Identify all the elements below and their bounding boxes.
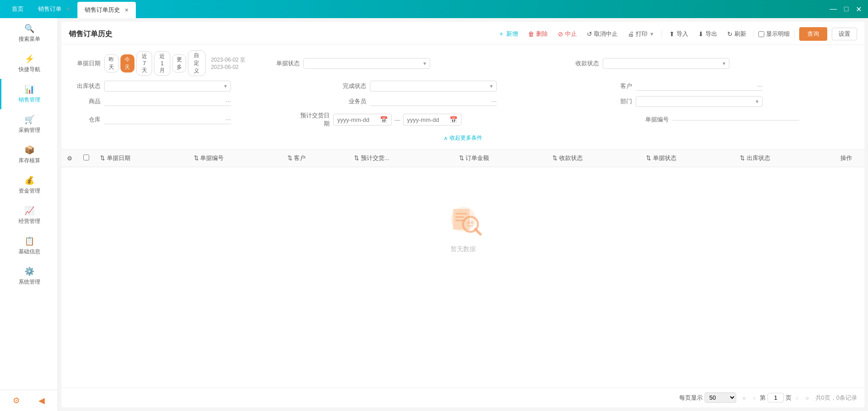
sidebar-collapse-icon[interactable]: ◀	[38, 396, 45, 406]
prev-page-btn[interactable]: ‹	[750, 393, 758, 402]
warehouse-label: 仓库	[69, 116, 101, 124]
completion-label: 完成状态	[335, 82, 366, 90]
sidebar-settings-icon[interactable]: ⚙	[13, 396, 20, 406]
sidebar-item-finance-mgmt[interactable]: 💰 资金管理	[0, 170, 58, 200]
select-all-checkbox[interactable]	[83, 155, 89, 160]
page-jump-label: 第	[760, 394, 766, 402]
sidebar-item-inventory-check-label: 库存核算	[19, 157, 40, 164]
yesterday-btn[interactable]: 昨天	[104, 54, 119, 73]
sidebar-item-search-menu-label: 搜索菜单	[19, 35, 40, 43]
order-status-col-header: ⇅ 单据状态	[641, 150, 734, 167]
page-size-select[interactable]: 10 20 50 100	[705, 392, 736, 403]
collapse-row[interactable]: ∧ 收起更多条件	[69, 132, 857, 144]
customer-sort-icon[interactable]: ⇅	[288, 155, 293, 161]
order-status-sort-icon[interactable]: ⇅	[646, 155, 651, 161]
empty-text: 暂无数据	[451, 245, 476, 253]
query-button[interactable]: 查询	[799, 27, 827, 41]
print-button[interactable]: 🖨 打印 ▼	[625, 28, 657, 40]
data-table: ⚙ ⇅ 单据日期 ⇅ 单据编号	[62, 150, 864, 167]
delete-icon: 🗑	[528, 30, 534, 38]
calendar-end-icon[interactable]: 📅	[450, 116, 457, 123]
content-area: 销售订单历史 ＋ 新增 🗑 删除 ⊘ 中止 ↺	[58, 18, 868, 411]
delivery-sort-icon[interactable]: ⇅	[354, 155, 359, 161]
completion-select[interactable]: ▾	[370, 81, 497, 92]
customer-filter-item: 客户 ···	[591, 82, 857, 91]
sidebar-item-basic-info[interactable]: 📋 基础信息	[0, 231, 58, 261]
customer-col-label: 客户	[294, 155, 306, 161]
sidebar-item-search-menu[interactable]: 🔍 搜索菜单	[0, 18, 58, 48]
last7days-btn[interactable]: 近7天	[136, 51, 152, 76]
order-no-sort-icon[interactable]: ⇅	[194, 155, 199, 161]
delivery-date-start-input[interactable]	[337, 116, 378, 123]
delivery-date-start[interactable]: 📅	[333, 114, 392, 126]
out-stock-sort-icon[interactable]: ⇅	[740, 155, 745, 161]
page-size-label: 每页显示	[679, 394, 703, 402]
tab-sales-order-close[interactable]: ✕	[66, 6, 70, 12]
product-dots-icon[interactable]: ···	[225, 97, 231, 105]
custom-btn[interactable]: 自定义	[188, 50, 205, 76]
order-no-label: 单据编号	[637, 116, 669, 124]
last-page-btn[interactable]: »	[803, 393, 812, 402]
maximize-btn[interactable]: □	[842, 3, 850, 15]
sidebar-item-system-mgmt[interactable]: ⚙️ 系统管理	[0, 261, 58, 291]
sales-mgmt-icon: 📊	[24, 84, 34, 94]
tab-sales-order[interactable]: 销售订单 ✕	[31, 0, 77, 18]
warehouse-dots-icon[interactable]: ···	[225, 116, 231, 123]
today-btn[interactable]: 今天	[120, 54, 135, 73]
tab-sales-order-history[interactable]: 销售订单历史 ✕	[77, 2, 136, 18]
tab-sales-order-history-close[interactable]: ✕	[125, 7, 129, 13]
sidebar-item-quick-nav[interactable]: ⚡ 快捷导航	[0, 48, 58, 79]
stop-icon: ⊘	[558, 30, 563, 38]
stop-label: 中止	[565, 30, 577, 38]
more-btn[interactable]: 更多	[172, 54, 187, 73]
stop-button[interactable]: ⊘ 中止	[555, 28, 580, 40]
delivery-date-end[interactable]: 📅	[403, 114, 461, 126]
receipt-status-sort-icon[interactable]: ⇅	[552, 155, 557, 161]
show-details-checkbox-wrapper[interactable]: 显示明细	[758, 30, 790, 38]
dept-label: 部门	[600, 97, 632, 106]
amount-sort-icon[interactable]: ⇅	[459, 155, 464, 161]
show-details-checkbox[interactable]	[758, 31, 764, 37]
delete-button[interactable]: 🗑 删除	[525, 28, 551, 40]
refresh-icon: ↻	[727, 30, 733, 38]
show-details-label: 显示明细	[766, 30, 790, 38]
last-month-btn[interactable]: 近1月	[154, 51, 170, 76]
out-stock-select[interactable]: ▾	[104, 81, 231, 92]
settings-button[interactable]: 设置	[832, 28, 857, 40]
sidebar-item-sales-mgmt[interactable]: 📊 销售管理	[0, 79, 58, 109]
sidebar-item-quick-nav-label: 快捷导航	[19, 66, 40, 73]
sidebar-item-operations-mgmt[interactable]: 📈 经营管理	[0, 200, 58, 231]
completion-filter-item: 完成状态 ▾	[326, 81, 591, 92]
cancel-stop-button[interactable]: ↺ 取消中止	[584, 28, 620, 40]
sidebar-item-finance-mgmt-label: 资金管理	[19, 187, 40, 195]
sidebar-item-purchase-mgmt[interactable]: 🛒 采购管理	[0, 109, 58, 140]
order-status-col-label: 单据状态	[653, 155, 676, 161]
minimize-btn[interactable]: —	[828, 3, 839, 15]
import-button[interactable]: ⬆ 导入	[667, 28, 691, 40]
salesman-filter-item: 业务员 ···	[326, 97, 591, 106]
next-page-btn[interactable]: ›	[793, 393, 801, 402]
export-button[interactable]: ⬇ 导出	[695, 28, 720, 40]
delivery-date-end-input[interactable]	[407, 116, 448, 123]
calendar-start-icon[interactable]: 📅	[380, 116, 388, 123]
customer-dots-icon[interactable]: ···	[757, 82, 762, 89]
tab-home[interactable]: 首页	[5, 0, 31, 18]
status-select[interactable]: ▾	[303, 58, 430, 69]
add-button[interactable]: ＋ 新增	[495, 28, 521, 40]
print-arrow-icon: ▼	[649, 31, 654, 37]
close-btn[interactable]: ✕	[854, 3, 863, 15]
date-sort-icon[interactable]: ⇅	[100, 155, 105, 161]
pagination: « ‹ 第 页 › »	[740, 393, 812, 402]
salesman-dots-icon[interactable]: ···	[491, 97, 497, 105]
page-size-select-wrapper: 每页显示 10 20 50 100	[679, 392, 736, 403]
system-mgmt-icon: ⚙️	[24, 266, 34, 276]
receipt-status-select[interactable]: ▾	[603, 58, 729, 69]
first-page-btn[interactable]: «	[740, 393, 749, 402]
page-input[interactable]	[767, 393, 784, 402]
top-bar: 首页 销售订单 ✕ 销售订单历史 ✕ — □ ✕	[0, 0, 868, 18]
receipt-status-col-header: ⇅ 收款状态	[547, 150, 641, 167]
refresh-button[interactable]: ↻ 刷新	[724, 28, 749, 40]
dept-select[interactable]: ▾	[636, 96, 762, 107]
sidebar-item-inventory-check[interactable]: 📦 库存核算	[0, 140, 58, 170]
table-settings-icon[interactable]: ⚙	[67, 155, 72, 162]
